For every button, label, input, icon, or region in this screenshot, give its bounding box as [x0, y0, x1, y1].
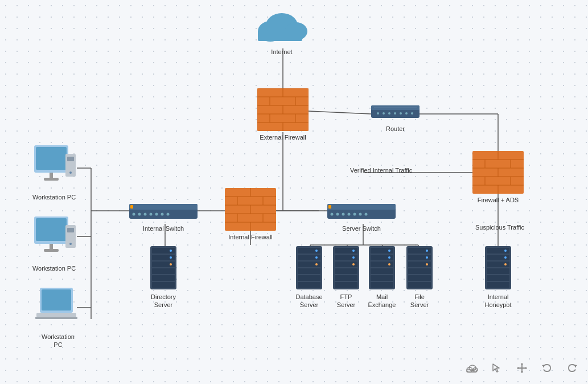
suspicious-traffic-label: Suspicious Traffic	[475, 224, 524, 231]
svg-point-46	[394, 112, 396, 115]
svg-point-123	[352, 256, 355, 259]
undo-button[interactable]	[537, 358, 557, 378]
svg-point-168	[69, 243, 72, 245]
svg-point-124	[352, 263, 355, 265]
svg-rect-139	[408, 268, 431, 274]
database-server-node: Database Server	[295, 245, 323, 309]
svg-point-143	[426, 256, 428, 259]
router-icon	[371, 103, 420, 122]
svg-point-142	[426, 250, 428, 252]
svg-marker-182	[542, 365, 545, 367]
svg-point-144	[426, 263, 428, 265]
svg-marker-183	[574, 365, 577, 367]
cursor-button[interactable]	[487, 358, 507, 378]
svg-rect-64	[129, 204, 198, 210]
database-server-icon	[295, 245, 323, 291]
svg-rect-165	[44, 249, 59, 252]
svg-rect-130	[371, 275, 393, 281]
svg-rect-129	[371, 268, 393, 274]
svg-point-44	[383, 112, 385, 115]
workstation2-node: Workstation PC	[31, 216, 77, 272]
svg-rect-119	[335, 268, 357, 274]
svg-point-70	[161, 213, 164, 216]
svg-rect-94	[328, 205, 331, 209]
diagram-canvas: Internet External Firewall	[0, 0, 588, 384]
server-switch-label: Server Switch	[342, 224, 381, 232]
svg-rect-111	[298, 282, 320, 288]
verified-traffic-label: Verified Internal Traffic	[350, 167, 412, 174]
internet-label: Internet	[271, 48, 292, 56]
move-button[interactable]	[512, 358, 532, 378]
firewall-ads-icon	[472, 151, 524, 194]
svg-rect-140	[408, 275, 431, 281]
svg-rect-151	[487, 282, 509, 288]
svg-point-69	[155, 213, 158, 216]
router-label: Router	[386, 125, 405, 133]
svg-point-47	[400, 112, 402, 115]
workstation3-icon	[35, 285, 81, 330]
svg-point-114	[315, 263, 318, 265]
internal-firewall-label: Internal Firewall	[228, 233, 273, 241]
svg-point-43	[377, 112, 379, 115]
external-firewall-icon	[257, 88, 309, 131]
svg-point-45	[388, 112, 390, 115]
svg-rect-109	[298, 268, 320, 274]
svg-point-154	[504, 263, 507, 265]
svg-marker-181	[525, 367, 527, 369]
directory-server-node: Directory Server	[149, 245, 178, 309]
redo-button[interactable]	[562, 358, 582, 378]
svg-marker-178	[521, 363, 523, 365]
ftp-server-node: FTP Server	[332, 245, 360, 309]
svg-rect-131	[371, 282, 393, 288]
svg-rect-110	[298, 275, 320, 281]
svg-point-93	[365, 213, 368, 216]
svg-rect-101	[152, 282, 175, 288]
svg-point-66	[138, 213, 141, 216]
internet-node: Internet	[250, 6, 313, 56]
cloud-button[interactable]	[462, 358, 482, 378]
workstation2-label: Workstation PC	[32, 264, 76, 272]
svg-rect-163	[36, 218, 67, 241]
svg-point-92	[359, 213, 362, 216]
internal-switch-icon	[129, 202, 198, 222]
file-server-icon	[405, 245, 434, 291]
svg-line-1	[309, 111, 371, 114]
svg-rect-141	[408, 282, 431, 288]
cloud-icon	[250, 6, 313, 46]
svg-rect-160	[67, 157, 74, 161]
svg-point-113	[315, 256, 318, 259]
svg-point-67	[144, 213, 147, 216]
svg-point-103	[170, 256, 172, 259]
svg-point-112	[315, 250, 318, 252]
svg-rect-150	[487, 275, 509, 281]
svg-rect-121	[335, 282, 357, 288]
svg-point-133	[388, 256, 390, 259]
firewall-ads-node: Firewall + ADS	[472, 151, 524, 204]
svg-rect-171	[36, 313, 76, 317]
svg-rect-156	[36, 147, 67, 170]
svg-marker-179	[521, 371, 523, 373]
svg-point-48	[405, 112, 408, 115]
svg-rect-157	[50, 173, 53, 178]
mail-exchange-icon	[368, 245, 396, 291]
svg-rect-167	[67, 228, 74, 232]
svg-point-132	[388, 250, 390, 252]
svg-point-68	[150, 213, 153, 216]
svg-marker-177	[493, 364, 499, 372]
svg-point-102	[170, 250, 172, 252]
internal-switch-node: Internal Switch	[129, 202, 198, 232]
internal-switch-label: Internal Switch	[143, 224, 184, 232]
server-switch-icon	[327, 202, 396, 222]
svg-point-104	[170, 263, 172, 265]
svg-marker-180	[517, 367, 519, 369]
external-firewall-label: External Firewall	[260, 133, 306, 141]
svg-point-122	[352, 250, 355, 252]
svg-rect-172	[35, 317, 77, 319]
svg-rect-164	[50, 244, 53, 250]
svg-rect-170	[42, 289, 71, 311]
toolbar	[462, 358, 582, 378]
svg-rect-86	[327, 204, 396, 210]
workstation2-icon	[31, 216, 77, 262]
svg-point-90	[348, 213, 351, 216]
directory-server-label: Directory Server	[151, 293, 176, 309]
